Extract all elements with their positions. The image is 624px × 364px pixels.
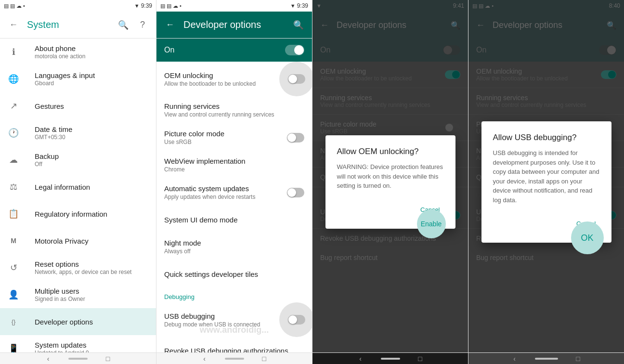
users-title: Multiple users: [35, 287, 85, 295]
recents-nav-3[interactable]: □: [416, 354, 425, 364]
sidebar-item-gestures[interactable]: ↗ Gestures: [0, 92, 156, 119]
users-subtitle: Signed in as Owner: [35, 296, 85, 302]
dialog-content-4: USB debugging is intended for developmen…: [493, 148, 600, 205]
home-nav-3[interactable]: [381, 358, 400, 360]
oem-toggle[interactable]: [288, 74, 305, 84]
gestures-title: Gestures: [35, 102, 64, 110]
running-services-title: Running services: [164, 102, 304, 110]
developer-title: Developer options: [35, 318, 93, 326]
usb-dialog: Allow USB debugging? USB debugging is in…: [481, 121, 611, 243]
revoke-usb-item[interactable]: Revoke USB debugging authorizations: [156, 337, 312, 352]
sim-icon2: ▤: [10, 3, 15, 9]
sidebar-item-reset[interactable]: ↺ Reset options Network, apps, or device…: [0, 254, 156, 281]
language-title: Languages & input: [35, 71, 95, 79]
sidebar-item-legal[interactable]: ⚖ Legal information: [0, 173, 156, 200]
usb-toggle[interactable]: [288, 315, 305, 325]
back-nav-4[interactable]: ‹: [510, 354, 520, 364]
picture-color-item[interactable]: Picture color mode Use sRGB: [156, 124, 312, 151]
night-mode-subtitle: Always off: [164, 248, 304, 255]
on-thumb-2: [294, 45, 304, 55]
auto-updates-title: Automatic system updates: [164, 184, 287, 193]
regulatory-title: Regulatory information: [35, 210, 107, 218]
developer-icon: {}: [8, 316, 19, 327]
search-icon-2[interactable]: 🔍: [293, 19, 304, 31]
usb-debugging-item[interactable]: USB debugging Debug mode when USB is con…: [156, 302, 312, 337]
running-services-item[interactable]: Running services View and control curren…: [156, 96, 312, 124]
recents-nav-2[interactable]: □: [260, 354, 269, 364]
about-icon: ℹ: [8, 46, 19, 58]
privacy-title: Motorola Privacy: [35, 237, 89, 245]
sidebar-item-system-updates[interactable]: 📱 System updates Updated to Android 9: [0, 335, 156, 352]
on-bar-2[interactable]: On: [156, 39, 312, 62]
dot-icon-2: •: [180, 3, 182, 9]
dialog-ok-btn-4[interactable]: OK: [571, 221, 604, 254]
back-icon-2[interactable]: ←: [164, 19, 176, 31]
backup-title: Backup: [35, 152, 59, 160]
qs-dev-tiles-title: Quick settings developer tiles: [164, 270, 304, 278]
night-mode-item[interactable]: Night mode Always off: [156, 233, 312, 260]
backup-subtitle: Off: [35, 161, 59, 168]
sidebar-item-regulatory[interactable]: 📋 Regulatory information: [0, 200, 156, 227]
page-title-2: Developer options: [183, 19, 285, 30]
oem-unlocking-item[interactable]: OEM unlocking Allow the bootloader to be…: [156, 62, 312, 96]
webview-title: WebView implementation: [164, 157, 304, 165]
reset-icon: ↺: [8, 262, 19, 273]
system-ui-demo-item[interactable]: System UI demo mode: [156, 206, 312, 233]
oem-circle-indicator: [279, 62, 312, 96]
auto-updates-subtitle: Apply updates when device restarts: [164, 194, 287, 200]
help-icon-1[interactable]: ?: [137, 19, 148, 31]
picture-color-toggle[interactable]: [287, 133, 304, 143]
system-ui-demo-title: System UI demo mode: [164, 216, 304, 224]
auto-updates-toggle[interactable]: [287, 188, 304, 197]
regulatory-icon: 📋: [8, 208, 19, 220]
sim-icon: ▤: [4, 3, 9, 9]
datetime-subtitle: GMT+05:30: [35, 134, 72, 141]
qs-dev-tiles-item[interactable]: Quick settings developer tiles: [156, 260, 312, 287]
sidebar-item-language[interactable]: 🌐 Languages & input Gboard: [0, 65, 156, 92]
dialog-enable-btn-3[interactable]: Enable: [417, 209, 446, 238]
back-nav-2[interactable]: ‹: [200, 354, 209, 364]
picture-color-subtitle: Use sRGB: [164, 139, 287, 145]
reset-title: Reset options: [35, 260, 131, 268]
home-nav-1[interactable]: [68, 358, 88, 360]
sidebar-item-developer[interactable]: {} Developer options: [0, 308, 156, 335]
usb-debugging-subtitle: Debug mode when USB is connected: [164, 321, 266, 328]
search-icon-1[interactable]: 🔍: [117, 19, 129, 31]
home-nav-2[interactable]: [225, 358, 244, 360]
auto-updates-item[interactable]: Automatic system updates Apply updates w…: [156, 179, 312, 206]
bottom-nav-4: ‹ □: [468, 352, 624, 364]
oem-dialog: Allow OEM unlocking? WARNING: Device pro…: [325, 135, 455, 229]
revoke-usb-title: Revoke USB debugging authorizations: [164, 347, 304, 353]
sidebar-item-privacy[interactable]: M Motorola Privacy: [0, 227, 156, 254]
bottom-nav-3: ‹ □: [312, 352, 468, 364]
dialog-overlay-4: Allow USB debugging? USB debugging is in…: [468, 0, 624, 364]
sidebar-item-about[interactable]: ℹ About phone motorola one action: [0, 39, 156, 65]
on-toggle-2[interactable]: [285, 45, 304, 55]
sidebar-item-users[interactable]: 👤 Multiple users Signed in as Owner: [0, 281, 156, 308]
back-nav-3[interactable]: ‹: [356, 354, 365, 364]
recents-nav-1[interactable]: □: [103, 354, 113, 364]
sidebar-item-backup[interactable]: ☁ Backup Off: [0, 146, 156, 173]
sidebar-item-datetime[interactable]: 🕐 Date & time GMT+05:30: [0, 119, 156, 146]
dialog-overlay-3: Allow OEM unlocking? WARNING: Device pro…: [312, 0, 468, 364]
dialog-content-3: WARNING: Device protection features will…: [337, 162, 444, 191]
on-label-2: On: [164, 46, 174, 54]
wifi-icon-2: ▼: [290, 3, 296, 9]
system-updates-icon: 📱: [8, 343, 19, 352]
backup-icon: ☁: [8, 154, 19, 166]
recents-nav-4[interactable]: □: [573, 354, 583, 364]
dialog-title-3: Allow OEM unlocking?: [337, 147, 444, 156]
running-services-subtitle: View and control currently running servi…: [164, 111, 304, 118]
language-subtitle: Gboard: [35, 80, 95, 87]
top-bar-2: ← Developer options 🔍: [156, 12, 312, 39]
back-nav-1[interactable]: ‹: [43, 354, 53, 364]
gestures-icon: ↗: [8, 100, 19, 112]
usb-debugging-title: USB debugging: [164, 312, 266, 320]
oem-subtitle: Allow the bootloader to be unlocked: [164, 80, 266, 87]
webview-subtitle: Chrome: [164, 166, 304, 173]
webview-item[interactable]: WebView implementation Chrome: [156, 151, 312, 179]
time-1: 9:39: [141, 2, 152, 9]
dialog-title-4: Allow USB debugging?: [493, 133, 600, 143]
back-icon-1[interactable]: ←: [8, 19, 19, 31]
home-nav-4[interactable]: [535, 358, 558, 360]
